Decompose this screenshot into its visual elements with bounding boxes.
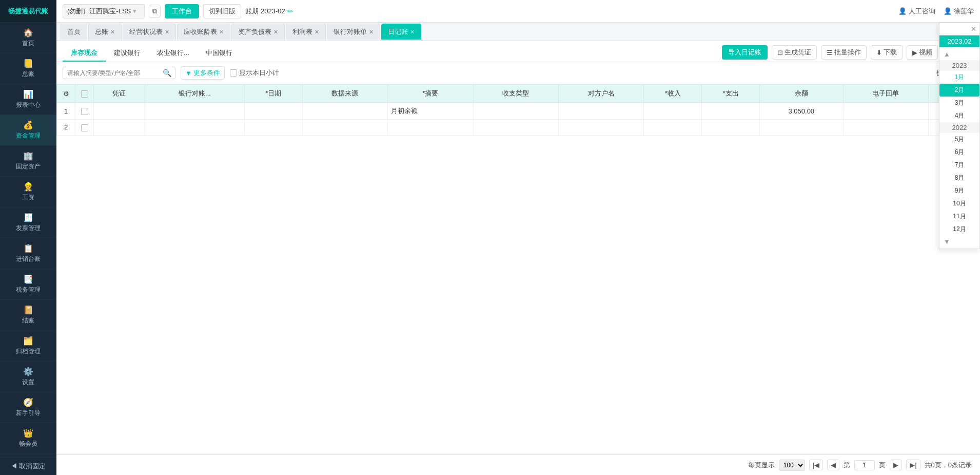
sub-tabbar: 库存现金 建设银行 农业银行... 中国银行 导入日记账 ⊡ 生成凭证	[56, 41, 980, 62]
period-edit-icon[interactable]: ✏	[287, 7, 293, 15]
row-data-source	[302, 103, 387, 120]
tab-close-ar[interactable]: ✕	[219, 29, 224, 35]
sidebar-item-close-period[interactable]: 📔 结账	[0, 300, 56, 331]
filter-bar: 🔍 ▼ 更多条件 显示本日小计 拆称: 人民币	[56, 62, 980, 84]
row-income	[644, 120, 702, 136]
tab-home[interactable]: 首页	[61, 24, 87, 40]
customer-service-button[interactable]: 👤 人工咨询	[898, 7, 935, 16]
sidebar-item-settings[interactable]: ⚙️ 设置	[0, 362, 56, 392]
tab-ar-aging[interactable]: 应收账龄表 ✕	[177, 24, 230, 40]
date-panel-month-jul[interactable]: 7月	[939, 159, 979, 172]
col-voucher: 凭证	[94, 85, 145, 103]
last-page-button[interactable]: ▶|	[906, 460, 920, 470]
tab-income-statement[interactable]: 利润表 ✕	[286, 24, 326, 40]
copy-icon: ⧉	[152, 7, 157, 15]
date-panel-month-mar-2023[interactable]: 3月	[939, 97, 979, 109]
sidebar-item-home[interactable]: 🏠 首页	[0, 23, 56, 53]
sub-tab-cash[interactable]: 库存现金	[63, 45, 106, 62]
daily-total-checkbox[interactable]	[230, 69, 237, 77]
row-check[interactable]	[75, 103, 94, 120]
sidebar-item-tax[interactable]: 📑 税务管理	[0, 269, 56, 300]
finance-icon: 💰	[23, 120, 33, 130]
date-nav-up[interactable]: ▲	[944, 50, 950, 58]
sidebar-item-label: 资金管理	[16, 131, 41, 140]
workbench-button[interactable]: 工作台	[165, 4, 199, 18]
sidebar-item-label: 固定资产	[16, 162, 41, 171]
page-input[interactable]	[854, 460, 875, 470]
download-button[interactable]: ⬇ 下载	[871, 45, 903, 60]
tab-close-balance[interactable]: ✕	[273, 29, 278, 35]
sub-tab-ccb[interactable]: 建设银行	[106, 45, 149, 62]
sidebar-item-ledger[interactable]: 📒 总账	[0, 53, 56, 84]
switch-old-button[interactable]: 切到旧版	[203, 4, 241, 18]
date-panel-close[interactable]: ✕	[939, 23, 979, 35]
sub-tab-boc[interactable]: 中国银行	[198, 45, 241, 62]
col-settings[interactable]: ⚙	[57, 85, 75, 103]
prev-page-button[interactable]: ◀	[827, 460, 839, 470]
row-e-receipt	[843, 103, 928, 120]
date-panel-month-jan-2023[interactable]: 1月	[939, 71, 979, 84]
sidebar-item-archive[interactable]: 🗂️ 归档管理	[0, 331, 56, 362]
tab-ledger[interactable]: 总账 ✕	[88, 24, 122, 40]
sidebar-item-guide[interactable]: 🧭 新手引导	[0, 392, 56, 423]
sidebar-item-label: 进销台账	[16, 255, 41, 263]
tab-close-journal[interactable]: ✕	[410, 29, 415, 35]
page-size-select[interactable]: 100 50 200	[779, 460, 805, 471]
payroll-icon: 👷	[23, 182, 33, 192]
tab-close-income[interactable]: ✕	[315, 29, 319, 35]
date-panel-month-nov[interactable]: 11月	[939, 210, 979, 223]
tab-close-bank[interactable]: ✕	[369, 29, 374, 35]
date-panel-month-feb-2023[interactable]: 2月	[939, 84, 979, 97]
page-unit: 页	[879, 461, 886, 470]
search-input[interactable]	[63, 67, 175, 79]
select-all-checkbox[interactable]	[81, 90, 88, 98]
sidebar-item-fixed-assets[interactable]: 🏢 固定资产	[0, 146, 56, 177]
sidebar-item-payroll[interactable]: 👷 工资	[0, 177, 56, 207]
first-page-button[interactable]: |◀	[809, 460, 823, 470]
date-panel-month-may[interactable]: 5月	[939, 133, 979, 146]
sidebar-item-sales-ledger[interactable]: 📋 进销台账	[0, 238, 56, 269]
col-check[interactable]	[75, 85, 94, 103]
batch-ops-button[interactable]: ☰ 批量操作	[821, 45, 867, 60]
date-panel-nav-down: ▼	[939, 236, 979, 248]
import-journal-button[interactable]: 导入日记账	[722, 45, 768, 60]
generate-voucher-button[interactable]: ⊡ 生成凭证	[772, 45, 817, 60]
sidebar: 畅捷通易代账 🏠 首页 📒 总账 📊 报表中心 💰 资金管理 🏢 固定资产 👷 …	[0, 0, 56, 475]
col-bank-detail: 银行对账...	[145, 85, 244, 103]
date-panel-month-aug[interactable]: 8月	[939, 172, 979, 184]
close-icon[interactable]: ✕	[971, 25, 976, 33]
date-panel-month-jun[interactable]: 6月	[939, 146, 979, 159]
download-icon: ⬇	[876, 49, 882, 56]
date-nav-down[interactable]: ▼	[944, 238, 950, 245]
date-panel-month-sep[interactable]: 9月	[939, 184, 979, 197]
unpin-sidebar[interactable]: ◀ 取消固定	[0, 457, 56, 475]
video-button[interactable]: ▶ 视频	[907, 45, 938, 60]
tab-balance-sheet[interactable]: 资产负债表 ✕	[231, 24, 285, 40]
col-date: *日期	[244, 85, 302, 103]
date-panel-month-dec[interactable]: 12月	[939, 223, 979, 236]
sidebar-item-invoice[interactable]: 🧾 发票管理	[0, 207, 56, 238]
tab-business-status[interactable]: 经营状况表 ✕	[123, 24, 176, 40]
sub-tab-abc[interactable]: 农业银行...	[149, 45, 198, 62]
col-expense: *支出	[702, 85, 760, 103]
sidebar-item-finance[interactable]: 💰 资金管理	[0, 115, 56, 146]
tab-journal[interactable]: 日记账 ✕	[381, 24, 421, 40]
tab-close-business[interactable]: ✕	[165, 29, 169, 35]
invoice-icon: 🧾	[23, 213, 33, 222]
sidebar-item-membership[interactable]: 👑 畅会员	[0, 423, 56, 454]
sidebar-item-reports[interactable]: 📊 报表中心	[0, 84, 56, 115]
row-e-receipt	[843, 120, 928, 136]
copy-button[interactable]: ⧉	[149, 5, 161, 18]
table-header-row: ⚙ 凭证 银行对账... *日期 数据来源 *摘要 收支类型 对方户名 *收入 …	[57, 85, 980, 103]
sidebar-item-label: 首页	[22, 39, 34, 48]
date-panel-month-oct[interactable]: 10月	[939, 197, 979, 210]
next-page-button[interactable]: ▶	[890, 460, 902, 470]
more-conditions-button[interactable]: ▼ 更多条件	[181, 66, 225, 80]
company-selector[interactable]: (勿删）江西腾宝-LSS ▾	[63, 4, 145, 18]
date-panel-month-apr-2023[interactable]: 4月	[939, 109, 979, 122]
row-check[interactable]	[75, 120, 94, 136]
tab-bank-statement[interactable]: 银行对账单 ✕	[327, 24, 380, 40]
user-profile-button[interactable]: 👤 徐莲华	[944, 7, 974, 16]
show-daily-total-checkbox[interactable]: 显示本日小计	[230, 68, 279, 78]
tab-close-ledger[interactable]: ✕	[110, 29, 115, 35]
